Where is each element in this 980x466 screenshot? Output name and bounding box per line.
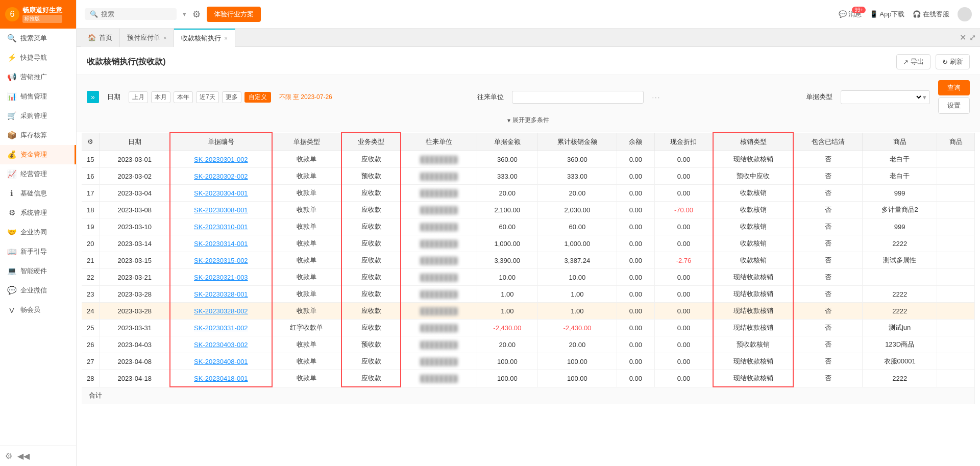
sidebar-item-智能硬件[interactable]: 💻智能硬件 xyxy=(0,261,76,281)
doc-no-link[interactable]: SK-20230418-001 xyxy=(194,375,248,382)
table-container[interactable]: ⚙ 日期 单据编号 单据类型 业务类型 往来单位 单据金额 累计核销金额 余额 … xyxy=(77,132,980,466)
th-gear[interactable]: ⚙ xyxy=(82,133,100,151)
export-button[interactable]: ↗ 导出 xyxy=(896,54,930,69)
topbar-gear-icon[interactable]: ⚙ xyxy=(192,9,201,20)
td-partner: ████████ xyxy=(401,320,477,336)
filter-date-range: 不限 至 2023-07-26 xyxy=(279,93,332,102)
td-include-settled: 否 xyxy=(793,218,863,235)
sidebar-item-label: 系统管理 xyxy=(20,208,47,217)
td-partner: ████████ xyxy=(401,286,477,303)
app-download-btn[interactable]: 📱 App下载 xyxy=(870,10,904,19)
date-btn-this-month[interactable]: 本月 xyxy=(151,91,170,103)
td-goods2 xyxy=(937,370,975,387)
th-balance: 余额 xyxy=(617,133,654,151)
sidebar-item-搜索菜单[interactable]: 🔍搜索菜单 xyxy=(0,29,76,48)
date-btn-more[interactable]: 更多 xyxy=(222,91,241,103)
td-cash-discount: 0.00 xyxy=(654,185,713,202)
doc-no-link[interactable]: SK-20230302-002 xyxy=(194,173,248,180)
online-service-btn[interactable]: 🎧 在线客服 xyxy=(913,10,949,19)
doc-no-link[interactable]: SK-20230321-003 xyxy=(194,274,248,281)
sidebar-item-库存核算[interactable]: 📦库存核算 xyxy=(0,126,76,145)
td-goods2 xyxy=(937,202,975,218)
date-btn-this-year[interactable]: 本年 xyxy=(174,91,193,103)
sidebar-icon: 📈 xyxy=(7,169,16,179)
td-doc-no: SK-20230302-002 xyxy=(170,168,272,185)
doc-no-link[interactable]: SK-20230304-001 xyxy=(194,189,248,197)
doc-no-link[interactable]: SK-20230328-002 xyxy=(194,307,248,315)
tab-home[interactable]: 🏠 首页 xyxy=(81,29,120,47)
td-date: 2023-04-03 xyxy=(100,336,170,353)
doc-no-link[interactable]: SK-20230301-002 xyxy=(194,156,248,163)
td-biz-type: 应收款 xyxy=(341,235,401,252)
sidebar-icon: ℹ xyxy=(7,189,16,198)
sidebar-item-企业微信[interactable]: 💬企业微信 xyxy=(0,281,76,300)
sidebar-item-新手引导[interactable]: 📖新手引导 xyxy=(0,242,76,261)
doc-no-link[interactable]: SK-20230403-002 xyxy=(194,341,248,349)
tab-verification[interactable]: 收款核销执行 × xyxy=(174,29,235,47)
doc-no-link[interactable]: SK-20230314-001 xyxy=(194,240,248,248)
doc-no-link[interactable]: SK-20230328-001 xyxy=(194,290,248,298)
doc-no-link[interactable]: SK-20230310-001 xyxy=(194,223,248,231)
sidebar-item-快捷导航[interactable]: ⚡快捷导航 xyxy=(0,48,76,67)
sidebar-item-采购管理[interactable]: 🛒采购管理 xyxy=(0,106,76,126)
td-cum-amount: 2,030.00 xyxy=(537,202,617,218)
doc-no-link[interactable]: SK-20230408-001 xyxy=(194,358,248,365)
td-doc-no: SK-20230418-001 xyxy=(170,370,272,387)
date-custom-button[interactable]: 自定义 xyxy=(244,92,271,103)
notification-badge: 99+ xyxy=(852,7,866,13)
filter-expand-button[interactable]: ▾ 展开更多条件 xyxy=(507,116,549,125)
setting-button[interactable]: 设置 xyxy=(938,97,970,114)
tab-close-all-icon[interactable]: ✕ xyxy=(960,33,966,42)
table-total-row: 合计 xyxy=(82,387,975,404)
settings-icon[interactable]: ⚙ xyxy=(5,451,12,461)
doc-no-link[interactable]: SK-20230308-001 xyxy=(194,206,248,214)
sidebar-item-label: 销售管理 xyxy=(20,92,47,101)
message-btn[interactable]: 💬 消息 99+ xyxy=(839,10,862,19)
td-doc-type: 收款单 xyxy=(272,218,341,235)
partner-input[interactable] xyxy=(512,91,644,104)
tab-expand-icon[interactable]: ⤢ xyxy=(969,33,976,42)
sidebar-icon: 📖 xyxy=(7,247,16,256)
sidebar-item-企业协同[interactable]: 🤝企业协同 xyxy=(0,223,76,242)
td-amount: 1.00 xyxy=(477,286,537,303)
tab-prepay[interactable]: 预付应付单 × xyxy=(120,29,174,47)
sidebar-item-畅会员[interactable]: V畅会员 xyxy=(0,300,76,320)
user-avatar[interactable] xyxy=(958,7,972,21)
solution-button[interactable]: 体验行业方案 xyxy=(207,7,261,22)
doc-type-select[interactable] xyxy=(841,91,923,104)
refresh-button[interactable]: ↻ 刷新 xyxy=(936,54,970,69)
td-doc-no: SK-20230331-002 xyxy=(170,320,272,336)
sidebar-item-基础信息[interactable]: ℹ基础信息 xyxy=(0,184,76,203)
table-row: 28 2023-04-18 SK-20230418-001 收款单 应收款 ██… xyxy=(82,370,975,387)
td-biz-type: 应收款 xyxy=(341,320,401,336)
td-doc-no: SK-20230314-001 xyxy=(170,235,272,252)
th-include-settled: 包含已结清 xyxy=(793,133,863,151)
td-cash-discount: 0.00 xyxy=(654,235,713,252)
date-btn-7days[interactable]: 近7天 xyxy=(196,91,219,103)
sidebar-item-经营管理[interactable]: 📈经营管理 xyxy=(0,164,76,184)
topbar-chevron-icon[interactable]: ▾ xyxy=(183,10,186,18)
tab-prepay-close-icon[interactable]: × xyxy=(163,35,166,41)
td-balance: 0.00 xyxy=(617,185,654,202)
query-button[interactable]: 查询 xyxy=(938,80,970,95)
doc-no-link[interactable]: SK-20230331-002 xyxy=(194,324,248,332)
doc-no-link[interactable]: SK-20230315-002 xyxy=(194,257,248,264)
table-row: 15 2023-03-01 SK-20230301-002 收款单 应收款 ██… xyxy=(82,151,975,168)
sidebar-item-销售管理[interactable]: 📊销售管理 xyxy=(0,87,76,106)
td-total-label: 合计 xyxy=(82,387,975,404)
sidebar-item-系统管理[interactable]: ⚙系统管理 xyxy=(0,203,76,223)
td-amount: -2,430.00 xyxy=(477,320,537,336)
search-input[interactable] xyxy=(101,10,162,18)
td-date: 2023-03-15 xyxy=(100,252,170,269)
sidebar-item-营销推广[interactable]: 📢营销推广 xyxy=(0,67,76,87)
td-cash-discount: 0.00 xyxy=(654,269,713,286)
td-include-settled: 否 xyxy=(793,353,863,370)
search-box[interactable]: 🔍 xyxy=(85,8,177,20)
td-date: 2023-03-31 xyxy=(100,320,170,336)
date-btn-last-month[interactable]: 上月 xyxy=(129,91,148,103)
collapse-icon[interactable]: ◀◀ xyxy=(17,451,30,461)
tab-verification-close-icon[interactable]: × xyxy=(224,35,227,41)
filter-collapse-button[interactable]: » xyxy=(87,91,99,103)
sidebar-item-资金管理[interactable]: 💰资金管理 xyxy=(0,145,76,164)
td-biz-type: 应收款 xyxy=(341,151,401,168)
